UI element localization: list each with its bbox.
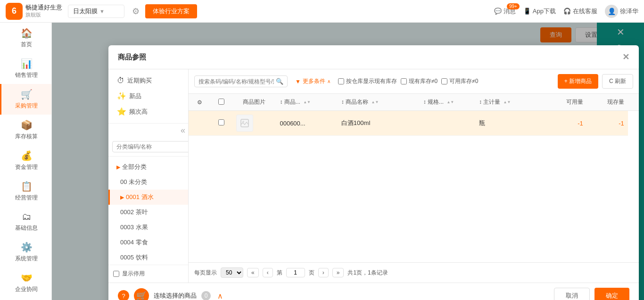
sidebar-item-system[interactable]: ⚙️ 系统管理 [0, 237, 51, 267]
category-search-input[interactable] [112, 141, 189, 152]
category-0003[interactable]: 0003 水果 [108, 220, 188, 235]
toolbar-right: + 新增商品 C 刷新 [558, 74, 633, 89]
cat-arrow-all: ▶ [116, 164, 120, 170]
footer-right: 取消 确定 [554, 288, 629, 300]
sidebar-item-purchase[interactable]: 🛒 采购管理 [0, 84, 51, 115]
collab-icon: 🤝 [21, 272, 33, 283]
clock-icon: ⏱ [117, 76, 124, 85]
row-checkbox[interactable] [218, 119, 224, 125]
modal-footer: ? 🛒 连续选择的商品 0 ∧ 取消 确定 [108, 283, 639, 300]
product-search-input[interactable] [198, 78, 274, 85]
page-number-input[interactable] [286, 268, 305, 277]
sidebar-label-finance: 资金管理 [15, 163, 38, 171]
category-0004[interactable]: 0004 零食 [108, 235, 188, 250]
col-checkbox [210, 94, 232, 111]
filter-button[interactable]: ▼ 更多条件 ∧ [291, 75, 334, 87]
sales-icon: 📊 [21, 58, 33, 69]
cancel-button[interactable]: 取消 [554, 288, 590, 300]
collapse-panel-icon[interactable]: « [181, 125, 185, 135]
collapse-footer-icon[interactable]: ∧ [217, 292, 223, 300]
select-all-checkbox[interactable] [218, 99, 224, 105]
col-available-header[interactable]: 可用量 [532, 94, 587, 111]
modal-header: 商品参照 ✕ [108, 45, 639, 69]
help-icon[interactable]: ? [118, 290, 129, 300]
stock-nonzero-checkbox[interactable] [401, 78, 407, 84]
col-unit-header[interactable]: ↕ 主计量 ▲▼ [475, 94, 532, 111]
col-name-header[interactable]: ↕ 商品名称 ▲▼ [338, 94, 420, 111]
cat-arrow-0001: ▶ [120, 194, 124, 200]
content-area: 查询 设置 刷新 ✕ ⤡ 商品参照 ✕ [52, 23, 644, 300]
col-spec-header[interactable]: ↕ 规格... ▲▼ [420, 94, 475, 111]
show-disabled-checkbox[interactable] [113, 271, 119, 277]
col-stock-header[interactable]: 现存量 [587, 94, 628, 111]
sidebar-item-collab[interactable]: 🤝 企业协同 [0, 267, 51, 298]
user-item[interactable]: 👤 徐泽华 [605, 5, 638, 18]
next-page-button[interactable]: › [318, 268, 329, 277]
modal-close-icon[interactable]: ✕ [622, 52, 629, 62]
cart-icon[interactable]: 🛒 [134, 288, 149, 300]
category-0001[interactable]: ▶ 0001 酒水 [108, 190, 188, 205]
finance-icon: 💰 [21, 150, 33, 161]
message-badge: 99+ [507, 3, 520, 9]
message-bell-icon: 💬 [494, 8, 502, 15]
category-0005[interactable]: 0005 饮料 [108, 250, 188, 265]
app-icon: 📱 [523, 8, 531, 15]
online-service-item[interactable]: 🎧 在线客服 [563, 7, 597, 16]
product-thumbnail [236, 115, 253, 132]
col-code-header[interactable]: ↕ 商品... ▲▼ [276, 94, 337, 111]
modal-toolbar: 🔍 ▼ 更多条件 ∧ 按仓库显示现有库存 [189, 69, 639, 94]
product-reference-modal: 商品参照 ✕ ⏱ 近期购买 ✨ 新品 [108, 45, 639, 300]
system-icon: ⚙️ [21, 242, 33, 253]
left-nav-frequent[interactable]: ⭐ 频次高 [112, 104, 184, 119]
app-download-item[interactable]: 📱 App下载 [523, 7, 556, 16]
sidebar-item-inventory[interactable]: 📦 库存核算 [0, 115, 51, 145]
prev-page-button[interactable]: ‹ [263, 268, 273, 277]
table-row[interactable]: 000600... 白酒100ml 瓶 -1 -1 [189, 111, 639, 136]
sidebar-item-basic[interactable]: 🗂 基础信息 [0, 207, 51, 237]
modal-right-panel: 🔍 ▼ 更多条件 ∧ 按仓库显示现有库存 [189, 69, 639, 283]
col-settings[interactable]: ⚙ [189, 94, 210, 111]
add-product-button[interactable]: + 新增商品 [558, 74, 598, 89]
left-nav-new[interactable]: ✨ 新品 [112, 88, 184, 104]
warehouse-checkbox[interactable] [338, 78, 344, 84]
left-nav-recent[interactable]: ⏱ 近期购买 [112, 73, 184, 88]
trial-button[interactable]: 体验行业方案 [145, 4, 197, 18]
checkbox-warehouse[interactable]: 按仓库显示现有库存 [338, 77, 397, 85]
filter-arrow-icon: ∧ [327, 79, 330, 84]
settings-icon[interactable]: ⚙ [132, 6, 140, 17]
last-page-button[interactable]: » [332, 268, 344, 277]
search-icon[interactable]: 🔍 [276, 78, 283, 85]
table-header-row: ⚙ 商品图片 ↕ 商品... [189, 94, 639, 111]
cart-count-label: 连续选择的商品 [154, 292, 197, 300]
modal-left-panel: ⏱ 近期购买 ✨ 新品 ⭐ 频次高 « [108, 69, 189, 283]
category-all[interactable]: ▶ 全部分类 [108, 159, 188, 175]
modal-title: 商品参照 [118, 53, 146, 62]
sidebar-item-sales[interactable]: 📊 销售管理 [0, 53, 51, 84]
home-icon: 🏠 [21, 27, 33, 39]
sidebar-label-collab: 企业协同 [15, 285, 38, 293]
store-select[interactable]: 日太阳膜 ▼ [68, 5, 124, 18]
purchase-icon: 🛒 [21, 89, 33, 100]
logo-area: 6 畅捷通好生意 旗舰版 [6, 3, 62, 20]
sidebar-item-home[interactable]: 🏠 首页 [0, 23, 51, 53]
category-00[interactable]: 00 未分类 [108, 175, 188, 190]
checkbox-stock-nonzero[interactable]: 现有库存≠0 [401, 77, 438, 85]
first-page-button[interactable]: « [247, 268, 259, 277]
message-icon[interactable]: 💬 消息 99+ [494, 7, 516, 16]
checkbox-avail-nonzero[interactable]: 可用库存≠0 [441, 77, 478, 85]
logo-icon: 6 [6, 3, 23, 20]
row-code: 000600... [276, 111, 337, 136]
confirm-button[interactable]: 确定 [594, 288, 629, 300]
per-page-select[interactable]: 50 [221, 267, 243, 278]
row-name: 白酒100ml [338, 111, 420, 136]
sidebar-item-operations[interactable]: 📋 经营管理 [0, 176, 51, 207]
inventory-icon: 📦 [21, 119, 33, 131]
sort-name-icon: ▲▼ [372, 100, 379, 104]
sidebar-item-finance[interactable]: 💰 资金管理 [0, 145, 51, 176]
category-0002[interactable]: 0002 茶叶 [108, 205, 188, 220]
refresh-button[interactable]: C 刷新 [602, 74, 633, 89]
sidebar-item-guide[interactable]: 📖 新手引导 [0, 298, 51, 300]
sidebar-label-purchase: 采购管理 [15, 102, 38, 110]
row-unit: 瓶 [475, 111, 532, 136]
avail-nonzero-checkbox[interactable] [441, 78, 447, 84]
